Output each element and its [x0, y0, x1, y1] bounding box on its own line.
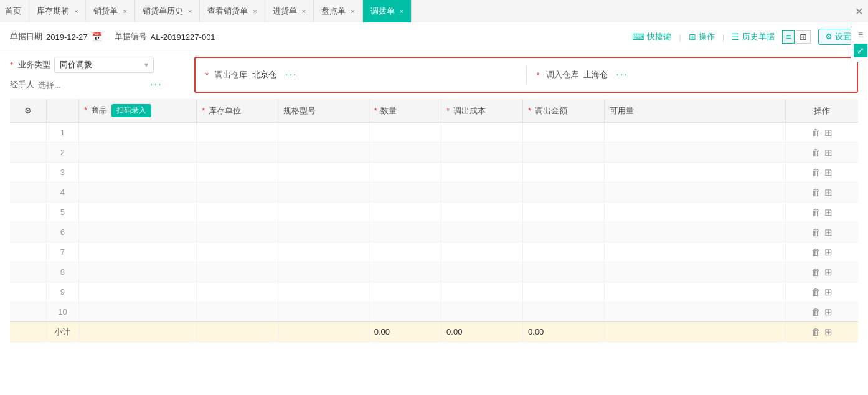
- row-spec[interactable]: [278, 282, 369, 302]
- row-product[interactable]: [79, 202, 197, 222]
- tab-transfer-close[interactable]: ×: [400, 7, 403, 15]
- row-avail[interactable]: [605, 242, 786, 262]
- tab-inventory-check-close[interactable]: ×: [351, 7, 354, 15]
- row-qty[interactable]: [369, 242, 441, 262]
- row-avail[interactable]: [605, 222, 786, 242]
- tab-inventory-check[interactable]: 盘点单 ×: [314, 0, 362, 22]
- row-cost[interactable]: [441, 302, 523, 322]
- copy-row-icon[interactable]: ⊞: [824, 247, 833, 258]
- delete-row-icon[interactable]: 🗑: [811, 307, 821, 317]
- delete-row-icon[interactable]: 🗑: [811, 267, 821, 277]
- row-product[interactable]: [79, 123, 197, 143]
- row-unit[interactable]: [197, 262, 278, 282]
- row-avail[interactable]: [605, 123, 786, 143]
- row-product[interactable]: [79, 143, 197, 163]
- tab-purchase-close[interactable]: ×: [302, 7, 306, 15]
- tab-sales-history-close[interactable]: ×: [188, 7, 192, 15]
- delete-row-icon[interactable]: 🗑: [811, 167, 821, 178]
- tab-inventory-init-close[interactable]: ×: [74, 7, 78, 15]
- row-spec[interactable]: [278, 143, 369, 163]
- row-amount[interactable]: [523, 163, 605, 183]
- row-unit[interactable]: [197, 242, 278, 262]
- tab-home[interactable]: 首页: [5, 0, 29, 22]
- row-product[interactable]: [79, 262, 197, 282]
- row-avail[interactable]: [605, 282, 786, 302]
- gear-icon[interactable]: ⚙: [24, 106, 32, 115]
- row-unit[interactable]: [197, 302, 278, 322]
- copy-row-icon[interactable]: ⊞: [824, 187, 833, 198]
- row-amount[interactable]: [523, 143, 605, 163]
- copy-row-icon[interactable]: ⊞: [824, 307, 833, 318]
- copy-row-icon[interactable]: ⊞: [824, 207, 833, 218]
- row-cost[interactable]: [441, 123, 523, 143]
- row-qty[interactable]: [369, 163, 441, 183]
- row-unit[interactable]: [197, 282, 278, 302]
- person-input[interactable]: [38, 80, 143, 90]
- row-avail[interactable]: [605, 163, 786, 183]
- row-cost[interactable]: [441, 222, 523, 242]
- row-spec[interactable]: [278, 183, 369, 202]
- row-avail[interactable]: [605, 202, 786, 222]
- tab-inventory-init[interactable]: 库存期初 ×: [29, 0, 86, 22]
- tab-sales-order-close[interactable]: ×: [123, 7, 126, 15]
- row-amount[interactable]: [523, 262, 605, 282]
- row-amount[interactable]: [523, 123, 605, 143]
- sidebar-expand-icon[interactable]: ⤢: [854, 44, 867, 57]
- delete-icon[interactable]: 🗑: [811, 326, 821, 337]
- row-product[interactable]: [79, 163, 197, 183]
- row-cost[interactable]: [441, 282, 523, 302]
- row-product[interactable]: [79, 183, 197, 202]
- row-unit[interactable]: [197, 202, 278, 222]
- copy-row-icon[interactable]: ⊞: [824, 227, 833, 238]
- person-more-button[interactable]: ···: [146, 79, 166, 90]
- row-product[interactable]: [79, 222, 197, 242]
- row-cost[interactable]: [441, 163, 523, 183]
- copy-row-icon[interactable]: ⊞: [824, 167, 833, 178]
- tab-sales-order[interactable]: 销货单 ×: [86, 0, 134, 22]
- tab-sales-history[interactable]: 销货单历史 ×: [135, 0, 200, 22]
- in-warehouse-more-button[interactable]: ···: [613, 69, 632, 80]
- row-product[interactable]: [79, 282, 197, 302]
- delete-row-icon[interactable]: 🗑: [811, 127, 821, 138]
- table-scroll-area[interactable]: ⚙ * 商品 扫码录入 * 库存单位 规格型号: [10, 99, 858, 342]
- row-qty[interactable]: [369, 123, 441, 143]
- row-qty[interactable]: [369, 262, 441, 282]
- row-spec[interactable]: [278, 242, 369, 262]
- row-spec[interactable]: [278, 123, 369, 143]
- delete-row-icon[interactable]: 🗑: [811, 147, 821, 158]
- row-avail[interactable]: [605, 262, 786, 282]
- out-warehouse-more-button[interactable]: ···: [281, 69, 301, 80]
- row-cost[interactable]: [441, 262, 523, 282]
- row-qty[interactable]: [369, 282, 441, 302]
- row-cost[interactable]: [441, 202, 523, 222]
- tab-view-sales-close[interactable]: ×: [253, 7, 257, 15]
- copy-row-icon[interactable]: ⊞: [824, 267, 833, 278]
- scan-button[interactable]: 扫码录入: [111, 104, 151, 117]
- row-amount[interactable]: [523, 282, 605, 302]
- row-unit[interactable]: [197, 163, 278, 183]
- view-list-button[interactable]: ≡: [782, 30, 795, 44]
- row-qty[interactable]: [369, 183, 441, 202]
- row-cost[interactable]: [441, 242, 523, 262]
- row-avail[interactable]: [605, 143, 786, 163]
- copy-row-icon[interactable]: ⊞: [824, 127, 833, 138]
- delete-row-icon[interactable]: 🗑: [811, 207, 821, 217]
- operations-button[interactable]: ⊞ 操作: [689, 31, 715, 42]
- row-cost[interactable]: [441, 183, 523, 202]
- row-qty[interactable]: [369, 222, 441, 242]
- delete-row-icon[interactable]: 🗑: [811, 187, 821, 198]
- row-product[interactable]: [79, 242, 197, 262]
- delete-row-icon[interactable]: 🗑: [811, 287, 821, 297]
- row-spec[interactable]: [278, 262, 369, 282]
- copy-icon[interactable]: ⊞: [824, 326, 833, 338]
- row-qty[interactable]: [369, 302, 441, 322]
- row-spec[interactable]: [278, 202, 369, 222]
- row-spec[interactable]: [278, 302, 369, 322]
- row-amount[interactable]: [523, 242, 605, 262]
- sidebar-list-icon[interactable]: ≡: [854, 27, 867, 41]
- business-type-select[interactable]: 同价调拨 ▾: [54, 57, 154, 73]
- row-amount[interactable]: [523, 183, 605, 202]
- row-unit[interactable]: [197, 222, 278, 242]
- row-spec[interactable]: [278, 222, 369, 242]
- history-button[interactable]: ☰ 历史单据: [732, 31, 775, 42]
